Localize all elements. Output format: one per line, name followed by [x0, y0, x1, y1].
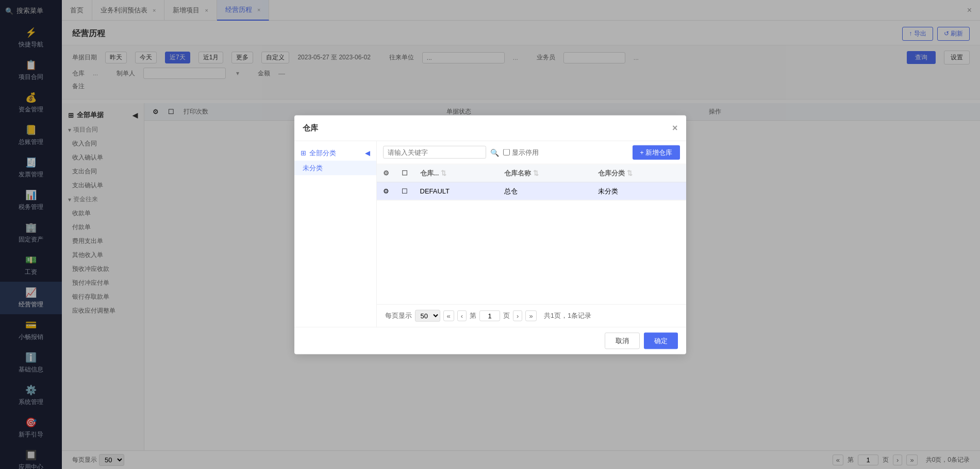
- warehouse-dialog: 仓库 × ⊞ 全部分类 ◀ 未分类 🔍 显示停用 +: [294, 115, 686, 354]
- dialog-collapse-icon[interactable]: ◀: [365, 149, 370, 157]
- dialog-right-panel: 🔍 显示停用 + 新增仓库 ⚙ ☐ 仓库...: [377, 141, 686, 327]
- dialog-actions: 取消 确定: [294, 327, 686, 354]
- dialog-search-input[interactable]: [383, 146, 486, 159]
- uncategorized-label: 未分类: [303, 164, 323, 171]
- dialog-table-header-row: ⚙ ☐ 仓库... ⇅ 仓库名称 ⇅ 仓库分类: [377, 164, 686, 182]
- show-disabled-label[interactable]: 显示停用: [503, 148, 539, 157]
- dialog-search-button[interactable]: 🔍: [490, 148, 499, 156]
- all-category-label: 全部分类: [309, 148, 336, 157]
- col-name-header: 仓库名称 ⇅: [498, 164, 592, 182]
- row-category: 未分类: [592, 182, 686, 200]
- total-info: 共1页，1条记录: [544, 311, 591, 320]
- dialog-title: 仓库: [303, 123, 318, 133]
- prev-page-btn[interactable]: ‹: [457, 310, 467, 321]
- cancel-button[interactable]: 取消: [605, 332, 640, 349]
- next-page-btn[interactable]: ›: [513, 310, 522, 321]
- table-row[interactable]: ⚙ ☐ DEFAULT 总仓 未分类: [377, 182, 686, 200]
- row-code: DEFAULT: [414, 182, 499, 200]
- show-disabled-checkbox[interactable]: [503, 149, 510, 156]
- row-gear: ⚙: [377, 182, 395, 200]
- show-disabled-text: 显示停用: [512, 148, 539, 157]
- dialog-close-button[interactable]: ×: [672, 122, 678, 133]
- last-page-btn[interactable]: »: [525, 310, 536, 321]
- row-check[interactable]: ☐: [395, 182, 414, 200]
- dialog-left-uncategorized[interactable]: 未分类: [294, 160, 376, 175]
- col-gear-header: ⚙: [377, 164, 395, 182]
- col-category-header: 仓库分类 ⇅: [592, 164, 686, 182]
- dialog-table: ⚙ ☐ 仓库... ⇅ 仓库名称 ⇅ 仓库分类: [377, 164, 686, 304]
- col-code-header: 仓库... ⇅: [414, 164, 499, 182]
- dialog-footer: 每页显示 50 « ‹ 第 页 › » 共1页，1条记录: [377, 304, 686, 327]
- dialog-toolbar: 🔍 显示停用 + 新增仓库: [377, 141, 686, 164]
- page-suffix: 页: [503, 311, 510, 320]
- page-label: 第: [470, 311, 476, 320]
- add-warehouse-button[interactable]: + 新增仓库: [633, 145, 679, 159]
- first-page-btn[interactable]: «: [443, 310, 454, 321]
- col-check-header: ☐: [395, 164, 414, 182]
- dialog-header: 仓库 ×: [294, 115, 686, 141]
- dialog-pagination: 每页显示 50 « ‹ 第 页 › » 共1页，1条记录: [385, 310, 592, 321]
- dialog-left-all-category[interactable]: ⊞ 全部分类 ◀: [294, 145, 376, 160]
- page-number-input[interactable]: [479, 310, 500, 321]
- confirm-button[interactable]: 确定: [644, 332, 678, 349]
- grid-icon-2: ⊞: [301, 149, 306, 157]
- dialog-body: ⊞ 全部分类 ◀ 未分类 🔍 显示停用 + 新增仓库: [294, 141, 686, 327]
- per-page-label: 每页显示: [385, 311, 412, 320]
- row-name: 总仓: [498, 182, 592, 200]
- per-page-select[interactable]: 50: [415, 310, 440, 321]
- dialog-left-panel: ⊞ 全部分类 ◀ 未分类: [294, 141, 377, 327]
